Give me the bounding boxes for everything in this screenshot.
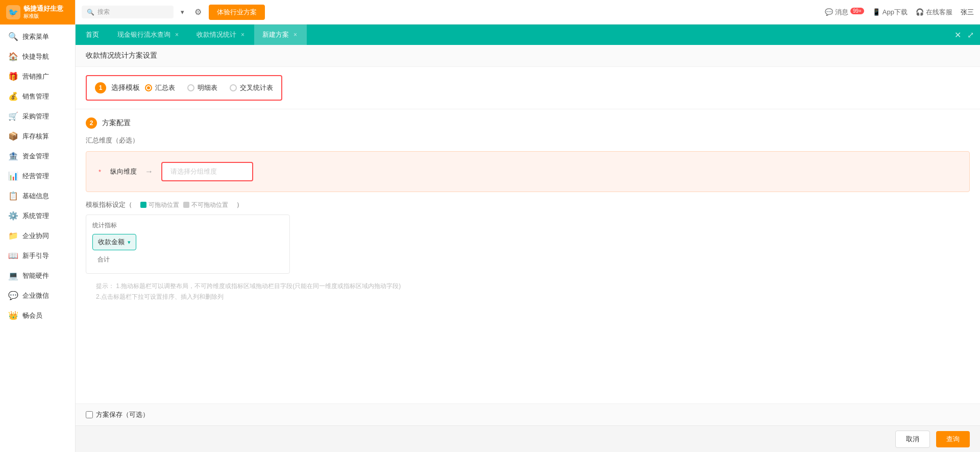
chat-icon: 💬 bbox=[8, 291, 18, 300]
home-icon: 🏠 bbox=[8, 52, 18, 61]
cart-icon: 🛒 bbox=[8, 111, 18, 121]
radio-detail-label: 明细表 bbox=[198, 83, 217, 92]
sidebar-item-system[interactable]: ⚙️ 系统管理 bbox=[0, 206, 75, 226]
tab-cash-query[interactable]: 现金银行流水查询 × bbox=[109, 25, 188, 45]
sidebar-item-enterprise[interactable]: 📁 企业协同 bbox=[0, 226, 75, 246]
sidebar-item-label: 资金管理 bbox=[22, 152, 49, 161]
dimension-title: 汇总维度（必选） bbox=[86, 136, 970, 145]
book-icon: 📖 bbox=[8, 251, 18, 260]
messages-label: 消息 bbox=[835, 8, 848, 17]
content-area: 收款情况统计方案设置 1 选择模板 汇总表 bbox=[76, 45, 980, 425]
save-section: 方案保存（可选） bbox=[76, 403, 980, 425]
sidebar-item-wechat[interactable]: 💬 企业微信 bbox=[0, 286, 75, 305]
tab-cash-query-close[interactable]: × bbox=[174, 31, 180, 39]
save-checkbox-row: 方案保存（可选） bbox=[86, 410, 970, 419]
service-item[interactable]: 🎧 在线客服 bbox=[916, 8, 952, 17]
sidebar-item-guide[interactable]: 📖 新手引导 bbox=[0, 246, 75, 266]
metrics-subtag: 合计 bbox=[92, 252, 283, 267]
page-header: 收款情况统计方案设置 bbox=[76, 45, 980, 67]
radio-summary[interactable]: 汇总表 bbox=[145, 83, 175, 92]
main-area: 🔍 搜索 ▾ ⚙ 体验行业方案 💬 消息 99+ 📱 App下载 🎧 在线客服 … bbox=[76, 0, 980, 452]
money-icon: 💰 bbox=[8, 91, 18, 101]
username: 张三 bbox=[961, 8, 974, 17]
crown-icon: 👑 bbox=[8, 311, 18, 320]
metrics-indicator-section: 统计指标 收款金额 ▾ 合计 bbox=[86, 215, 290, 274]
sidebar-item-label: 畅会员 bbox=[22, 311, 42, 320]
sidebar-item-sales[interactable]: 💰 销售管理 bbox=[0, 86, 75, 106]
legend-draggable: 可拖动位置 bbox=[140, 201, 179, 209]
dimension-select[interactable]: 请选择分组维度 bbox=[161, 162, 253, 181]
tab-new-plan-close[interactable]: × bbox=[292, 31, 299, 39]
sidebar-item-smart-hw[interactable]: 💻 智能硬件 bbox=[0, 266, 75, 286]
radio-detail[interactable]: 明细表 bbox=[187, 83, 217, 92]
tab-new-plan[interactable]: 新建方案 × bbox=[254, 25, 307, 45]
sidebar-item-label: 快捷导航 bbox=[22, 52, 49, 61]
save-checkbox[interactable] bbox=[86, 411, 93, 418]
sidebar-item-label: 企业微信 bbox=[22, 291, 49, 300]
tab-receipt-stats-label: 收款情况统计 bbox=[197, 30, 236, 39]
sidebar-item-label: 企业协同 bbox=[22, 231, 49, 241]
sidebar-item-basic-info[interactable]: 📋 基础信息 bbox=[0, 186, 75, 206]
download-item[interactable]: 📱 App下载 bbox=[872, 8, 908, 17]
tabs-right-actions: ✕ ⤢ bbox=[952, 25, 980, 45]
query-button[interactable]: 查询 bbox=[936, 431, 970, 447]
sidebar-item-inventory[interactable]: 📦 库存核算 bbox=[0, 126, 75, 146]
tab-receipt-stats-close[interactable]: × bbox=[239, 31, 246, 39]
step2-title: 方案配置 bbox=[102, 118, 131, 128]
step1-number: 1 bbox=[95, 82, 106, 93]
sidebar-item-search-menu[interactable]: 🔍 搜索菜单 bbox=[0, 27, 75, 46]
window-maximize-btn[interactable]: ⤢ bbox=[965, 28, 976, 42]
footer-actions: 取消 查询 bbox=[76, 425, 980, 452]
tab-new-plan-label: 新建方案 bbox=[262, 30, 289, 39]
metrics-tag[interactable]: 收款金额 ▾ bbox=[92, 234, 136, 250]
industry-btn[interactable]: 体验行业方案 bbox=[209, 5, 265, 20]
sidebar-item-label: 销售管理 bbox=[22, 92, 49, 101]
tab-cash-query-label: 现金银行流水查询 bbox=[117, 30, 170, 39]
radio-crosstab-circle bbox=[230, 84, 237, 91]
sidebar-item-operation[interactable]: 📊 经营管理 bbox=[0, 166, 75, 186]
search-box[interactable]: 🔍 搜索 bbox=[82, 6, 174, 18]
metrics-tag-label: 收款金额 bbox=[98, 237, 125, 247]
radio-crosstab[interactable]: 交叉统计表 bbox=[230, 83, 273, 92]
sidebar-item-label: 库存核算 bbox=[22, 132, 49, 141]
arrow-icon: → bbox=[145, 167, 153, 176]
topbar-gear-icon[interactable]: ⚙ bbox=[191, 5, 205, 19]
sidebar-item-purchase[interactable]: 🛒 采购管理 bbox=[0, 106, 75, 126]
sidebar-item-member[interactable]: 👑 畅会员 bbox=[0, 305, 75, 325]
window-close-btn[interactable]: ✕ bbox=[952, 28, 963, 42]
template-radio-group: 汇总表 明细表 交叉统计表 bbox=[145, 81, 273, 94]
topbar-dropdown[interactable]: ▾ bbox=[178, 6, 187, 18]
fixed-dot bbox=[183, 202, 189, 208]
chart-icon: 📊 bbox=[8, 171, 18, 181]
sidebar-item-label: 基础信息 bbox=[22, 192, 49, 201]
step1-header: 1 选择模板 bbox=[95, 82, 140, 93]
laptop-icon: 💻 bbox=[8, 271, 18, 280]
bank-icon: 🏦 bbox=[8, 151, 18, 161]
sidebar-item-quick-nav[interactable]: 🏠 快捷导航 bbox=[0, 46, 75, 66]
sidebar-nav: 🔍 搜索菜单 🏠 快捷导航 🎁 营销推广 💰 销售管理 🛒 采购管理 📦 库存核… bbox=[0, 25, 75, 452]
sidebar-item-marketing[interactable]: 🎁 营销推广 bbox=[0, 66, 75, 86]
step2-section: 2 方案配置 汇总维度（必选） * 纵向维度 → 请选择分组维度 bbox=[76, 109, 980, 403]
sidebar-item-label: 智能硬件 bbox=[22, 271, 49, 280]
radio-summary-circle bbox=[145, 84, 152, 91]
topbar: 🔍 搜索 ▾ ⚙ 体验行业方案 💬 消息 99+ 📱 App下载 🎧 在线客服 … bbox=[76, 0, 980, 25]
metrics-section: 模板指标设定（ 可拖动位置 不可拖动位置 ） bbox=[86, 200, 970, 274]
logo-icon: 🐦 bbox=[6, 5, 20, 19]
sidebar-logo: 🐦 畅捷通好生意 标准版 bbox=[0, 0, 75, 25]
radio-crosstab-label: 交叉统计表 bbox=[240, 83, 273, 92]
metrics-legend: 可拖动位置 不可拖动位置 bbox=[140, 201, 228, 209]
sidebar-item-finance[interactable]: 🏦 资金管理 bbox=[0, 146, 75, 166]
service-label: 在线客服 bbox=[926, 8, 952, 17]
metrics-label-text: 模板指标设定（ bbox=[86, 200, 132, 209]
sidebar-item-label: 经营管理 bbox=[22, 172, 49, 181]
tab-home[interactable]: 首页 bbox=[76, 25, 109, 45]
tab-receipt-stats[interactable]: 收款情况统计 × bbox=[188, 25, 254, 45]
cancel-button[interactable]: 取消 bbox=[895, 431, 930, 448]
download-icon: 📱 bbox=[872, 8, 880, 16]
required-marker: * bbox=[99, 168, 101, 176]
sidebar-item-label: 系统管理 bbox=[22, 211, 49, 221]
dimension-row: * 纵向维度 → 请选择分组维度 bbox=[99, 162, 957, 181]
messages-item[interactable]: 💬 消息 99+ bbox=[825, 8, 864, 17]
gear-icon: ⚙️ bbox=[8, 211, 18, 221]
tips-line1: 提示： 1.拖动标题栏可以调整布局，不可跨维度或指标区域拖动栏目字段(只能在同一… bbox=[96, 282, 960, 291]
